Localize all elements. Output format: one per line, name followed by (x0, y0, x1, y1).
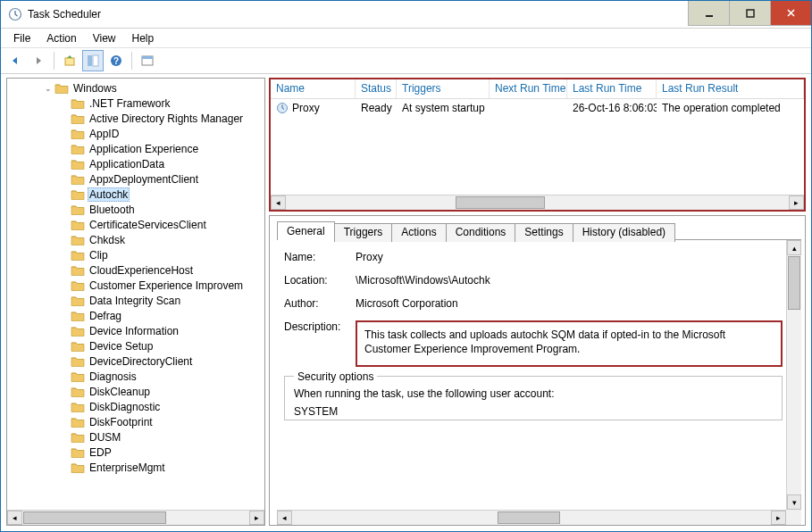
expand-icon[interactable] (59, 144, 69, 154)
expand-icon[interactable] (59, 311, 69, 320)
scroll-right-icon[interactable]: ▸ (249, 511, 264, 525)
expand-icon[interactable] (59, 189, 69, 199)
tab-history[interactable]: History (disabled) (573, 223, 675, 242)
expand-icon[interactable] (59, 204, 69, 214)
tree-item[interactable]: ⌄Windows (7, 80, 264, 96)
expand-icon[interactable] (59, 295, 69, 305)
tree-item[interactable]: Autochk (7, 187, 264, 202)
folder-tree[interactable]: ⌄Windows.NET FrameworkActive Directory R… (7, 79, 264, 510)
tree-item[interactable]: DiskFootprint (7, 414, 264, 429)
expand-icon[interactable] (59, 387, 69, 396)
tree-item[interactable]: Chkdsk (7, 232, 264, 247)
refresh-button[interactable] (137, 50, 158, 71)
tree-item[interactable]: ApplicationData (7, 156, 264, 171)
tree-item[interactable]: Application Experience (7, 141, 264, 156)
maximize-button[interactable] (729, 1, 770, 26)
close-button[interactable] (770, 1, 811, 26)
svg-text:?: ? (113, 56, 119, 66)
expand-icon[interactable] (59, 371, 69, 381)
expand-icon[interactable] (59, 250, 69, 260)
tree-item[interactable]: Active Directory Rights Manager (7, 111, 264, 126)
expand-icon[interactable] (59, 265, 69, 275)
tree-item-label: Data Integrity Scan (88, 295, 182, 307)
col-result[interactable]: Last Run Result (657, 79, 804, 98)
scroll-right-icon[interactable]: ▸ (789, 195, 804, 210)
expand-icon[interactable] (59, 341, 69, 351)
detail-hscroll[interactable]: ◂ ▸ (277, 510, 786, 525)
expand-icon[interactable] (59, 432, 69, 442)
properties-button[interactable] (82, 50, 104, 71)
menu-file[interactable]: File (6, 30, 38, 46)
help-button[interactable]: ? (105, 50, 127, 71)
expand-icon[interactable] (59, 417, 69, 427)
tree-item[interactable]: Clip (7, 247, 264, 262)
folder-icon (71, 401, 85, 413)
expand-icon[interactable] (59, 129, 69, 138)
tree-item[interactable]: CertificateServicesClient (7, 217, 264, 232)
tree-item-label: DeviceDirectoryClient (88, 355, 194, 368)
expand-icon[interactable] (59, 462, 69, 472)
scroll-left-icon[interactable]: ◂ (7, 511, 22, 525)
scroll-right-icon[interactable]: ▸ (771, 511, 786, 525)
expand-icon[interactable] (59, 174, 69, 184)
col-status[interactable]: Status (356, 79, 397, 98)
tree-item-label: ApplicationData (88, 158, 166, 170)
scroll-left-icon[interactable]: ◂ (271, 195, 286, 210)
menu-help[interactable]: Help (125, 30, 162, 46)
menu-view[interactable]: View (86, 30, 123, 46)
tab-actions[interactable]: Actions (391, 223, 446, 242)
expand-icon[interactable] (59, 280, 69, 290)
task-triggers: At system startup (397, 101, 490, 115)
up-button[interactable] (59, 50, 80, 71)
tree-item[interactable]: Customer Experience Improvem (7, 278, 264, 293)
tree-item[interactable]: Device Information (7, 323, 264, 338)
tree-item[interactable]: Device Setup (7, 338, 264, 353)
tree-item[interactable]: DUSM (7, 429, 264, 445)
expand-icon[interactable] (59, 98, 69, 108)
tree-item[interactable]: Defrag (7, 308, 264, 323)
tree-item[interactable]: Bluetooth (7, 202, 264, 217)
folder-icon (71, 325, 85, 337)
expand-icon[interactable] (59, 447, 69, 457)
tab-triggers[interactable]: Triggers (334, 223, 393, 242)
forward-button[interactable] (28, 50, 49, 71)
tree-item[interactable]: .NET Framework (7, 96, 264, 111)
tree-item[interactable]: AppxDeploymentClient (7, 171, 264, 187)
expand-icon[interactable]: ⌄ (43, 83, 53, 93)
tree-item[interactable]: DiskCleanup (7, 384, 264, 399)
tab-general[interactable]: General (277, 221, 335, 240)
col-name[interactable]: Name (271, 79, 356, 98)
expand-icon[interactable] (59, 402, 69, 411)
expand-icon[interactable] (59, 113, 69, 123)
col-next[interactable]: Next Run Time (490, 79, 567, 98)
tree-item[interactable]: EnterpriseMgmt (7, 460, 264, 475)
tree-item[interactable]: Data Integrity Scan (7, 293, 264, 308)
column-headers[interactable]: Name Status Triggers Next Run Time Last … (271, 79, 804, 99)
tree-item[interactable]: DeviceDirectoryClient (7, 353, 264, 369)
tasklist-hscroll[interactable]: ◂ ▸ (271, 195, 804, 210)
tree-item[interactable]: DiskDiagnostic (7, 399, 264, 414)
tab-conditions[interactable]: Conditions (446, 223, 516, 242)
expand-icon[interactable] (59, 235, 69, 245)
tab-settings[interactable]: Settings (515, 223, 573, 242)
tree-hscroll[interactable]: ◂ ▸ (7, 510, 264, 525)
tree-item-label: CertificateServicesClient (88, 219, 208, 231)
col-triggers[interactable]: Triggers (397, 79, 490, 98)
tree-item[interactable]: CloudExperienceHost (7, 262, 264, 278)
tree-item[interactable]: AppID (7, 126, 264, 141)
scroll-left-icon[interactable]: ◂ (277, 511, 292, 525)
back-button[interactable] (4, 50, 26, 71)
expand-icon[interactable] (59, 220, 69, 229)
col-last[interactable]: Last Run Time (567, 79, 657, 98)
expand-icon[interactable] (59, 159, 69, 169)
tree-item[interactable]: Diagnosis (7, 369, 264, 384)
minimize-button[interactable] (688, 1, 729, 26)
scroll-down-icon[interactable]: ▾ (787, 495, 801, 510)
tree-item[interactable]: EDP (7, 445, 264, 460)
detail-vscroll[interactable]: ▴ ▾ (786, 240, 801, 510)
menu-action[interactable]: Action (39, 30, 83, 46)
expand-icon[interactable] (59, 326, 69, 336)
task-row[interactable]: Proxy Ready At system startup 26-Oct-16 … (271, 99, 804, 116)
expand-icon[interactable] (59, 356, 69, 366)
scroll-up-icon[interactable]: ▴ (787, 240, 801, 255)
